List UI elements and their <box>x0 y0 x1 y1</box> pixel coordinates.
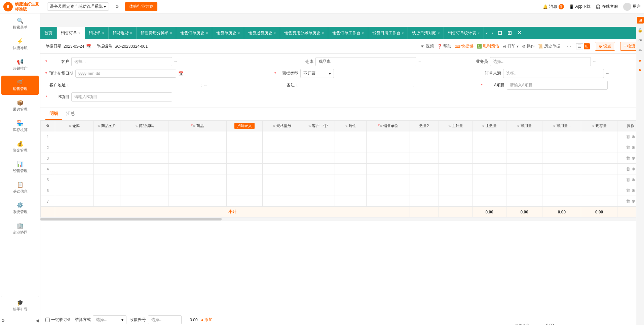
customer-more-icon[interactable]: ··· <box>174 60 177 64</box>
deposit-checkbox-label[interactable]: 一键收订金 <box>45 317 71 323</box>
tab-expense-history[interactable]: 销售费用分摊单历史 × <box>280 27 328 39</box>
th-avail2[interactable]: ⇅ 可用量... <box>542 121 581 131</box>
th-product[interactable]: *⇅ 商品 <box>168 121 226 131</box>
th-code[interactable]: ⇅ 商品编码 <box>120 121 168 131</box>
tab-mingxi[interactable]: 明细 <box>45 108 62 120</box>
prev-record-icon[interactable]: ‹ <box>567 44 568 49</box>
th-customer-code[interactable]: ⇅ 客户... ⓘ <box>301 121 335 131</box>
shortcut-action[interactable]: ⌨快捷键 <box>455 43 473 49</box>
history-action[interactable]: 📜历史单据 <box>538 43 560 49</box>
th-settings[interactable]: ⚙ <box>41 121 55 131</box>
close-icon[interactable]: × <box>206 31 208 35</box>
cell-attr-1[interactable] <box>335 131 366 142</box>
cell-product-1[interactable] <box>168 131 226 142</box>
sidebar-item-search[interactable]: 🔍 搜索菜单 <box>1 14 39 33</box>
card-view-icon[interactable]: ⊞ <box>584 43 590 49</box>
staff-input[interactable]: 选择... <box>490 57 591 66</box>
th-stock[interactable]: ⇅ 现存量 <box>581 121 617 131</box>
tab-reconcile[interactable]: 钱货日清对账 × <box>408 27 444 39</box>
tab-stats[interactable]: 销售订单统计表 × <box>444 27 484 39</box>
th-spec[interactable]: ⇅ 规格型号 <box>263 121 301 131</box>
cell-main-qty-1[interactable] <box>472 131 506 142</box>
th-unit[interactable]: *⇅ 销售单位 <box>366 121 410 131</box>
sidebar-item-enterprise[interactable]: 🏢 企业协同 <box>1 219 39 238</box>
tab-next-btn[interactable]: › <box>490 30 495 36</box>
close-icon[interactable]: × <box>402 31 404 35</box>
right-tool-form[interactable]: ⊞ <box>637 17 644 24</box>
sidebar-item-inventory[interactable]: 🏪 库存核算 <box>1 117 39 136</box>
th-qty2[interactable]: 数量2 <box>410 121 439 131</box>
tab-grid-icon[interactable]: ⊞ <box>505 27 515 39</box>
sidebar-item-base[interactable]: 📋 基础信息 <box>1 178 39 197</box>
cell-warehouse-1[interactable] <box>55 131 94 142</box>
cell-unit-1[interactable] <box>366 131 410 142</box>
remark-input[interactable] <box>297 84 414 87</box>
horizontal-scrollbar[interactable] <box>40 217 644 221</box>
th-main-qty[interactable]: ⇅ 主数量 <box>472 121 506 131</box>
tab-invoice-history[interactable]: 销货单历史 × <box>212 27 244 39</box>
list-view-icon[interactable]: ☰ <box>576 43 583 49</box>
delete-icon[interactable]: 🗑 <box>626 134 630 139</box>
calendar-icon[interactable]: 📅 <box>178 71 183 76</box>
th-avail[interactable]: ⇅ 可用量 <box>506 121 542 131</box>
cell-customer-code-1[interactable] <box>301 131 335 142</box>
copy-icon[interactable]: ⊕ <box>632 199 635 204</box>
user-btn[interactable]: 用户 <box>623 3 641 11</box>
customer-input[interactable]: 选择... <box>71 57 172 66</box>
account-more-icon[interactable]: ··· <box>184 318 186 322</box>
online-service-btn[interactable]: 🎧 在线客服 <box>596 4 618 9</box>
tab-expense-split[interactable]: 销售费用分摊单 × <box>137 27 177 39</box>
delete-icon[interactable]: 🗑 <box>626 156 630 161</box>
cell-code-1[interactable] <box>120 131 168 142</box>
right-tool-lock[interactable]: 🔒 <box>637 27 644 34</box>
delete-icon[interactable]: 🗑 <box>626 199 630 204</box>
delete-icon[interactable]: 🗑 <box>626 188 630 193</box>
th-warehouse[interactable]: ⇅ 仓库 <box>55 121 94 131</box>
order-source-input[interactable]: 选择... <box>503 69 604 78</box>
tab-expand-icon[interactable]: ⊡ <box>495 27 505 39</box>
copy-icon[interactable]: ⊕ <box>632 134 635 139</box>
scan-button[interactable]: 扫码录入 <box>234 123 255 129</box>
messages-btn[interactable]: 🔔 消息 9 <box>543 4 564 9</box>
invoice-select[interactable]: 不开票 ▾ <box>300 69 334 78</box>
close-icon[interactable]: × <box>102 31 104 35</box>
sidebar-settings-icon[interactable]: ⚙ <box>1 318 5 323</box>
address-more-icon[interactable]: ··· <box>204 83 207 87</box>
close-icon[interactable]: × <box>438 31 440 35</box>
close-icon[interactable]: × <box>238 31 240 35</box>
staff-more-icon[interactable]: ··· <box>593 60 596 64</box>
th-scan[interactable]: 扫码录入 <box>226 121 263 131</box>
print-action[interactable]: 🖨打印▾ <box>502 43 519 49</box>
sidebar-item-sales[interactable]: 🛒 销售管理 <box>1 76 39 95</box>
sidebar-item-newbie[interactable]: 🎓 新手引导 <box>1 296 39 315</box>
delete-icon[interactable]: 🗑 <box>626 166 630 171</box>
address-input[interactable] <box>68 84 202 87</box>
industry-button[interactable]: 体验行业方案 <box>125 2 157 11</box>
copy-icon[interactable]: ⊕ <box>632 166 635 171</box>
order-source-more-icon[interactable]: ··· <box>606 72 609 75</box>
tab-sales-return[interactable]: 销货退货 × <box>109 27 137 39</box>
close-icon[interactable]: × <box>170 31 172 35</box>
tab-return-history[interactable]: 销货退货历史 × <box>244 27 280 39</box>
close-icon[interactable]: × <box>130 31 132 35</box>
tab-sales-order[interactable]: 销售订单 × <box>57 27 85 39</box>
tab-home[interactable]: 首页 <box>40 27 57 39</box>
sidebar-item-finance[interactable]: 💰 资金管理 <box>1 137 39 156</box>
operation-action[interactable]: ⚙操作 <box>522 43 535 49</box>
tab-daily-clear[interactable]: 钱货日清工作台 × <box>368 27 408 39</box>
delivery-date-input[interactable]: yyyy-mm-dd <box>75 70 176 78</box>
project-a-input[interactable]: 请输入A项目 <box>507 81 608 90</box>
th-main-unit[interactable]: ⇅ 主计量 <box>439 121 472 131</box>
right-tool-pencil[interactable]: ✏ <box>637 47 644 54</box>
cell-spec-1[interactable] <box>263 131 301 142</box>
copy-icon[interactable]: ⊕ <box>632 188 635 193</box>
help-action[interactable]: ❓帮助 <box>437 43 451 49</box>
copy-icon[interactable]: ⊕ <box>632 177 635 182</box>
add-payment-btn[interactable]: ● 添加 <box>201 317 213 323</box>
copy-icon[interactable]: ⊕ <box>632 156 635 161</box>
right-tool-star[interactable]: ★ <box>637 57 644 64</box>
tab-workbench[interactable]: 销售订单工作台 × <box>328 27 368 39</box>
delete-icon[interactable]: 🗑 <box>626 145 630 150</box>
close-icon[interactable]: × <box>362 31 364 35</box>
system-selector[interactable]: 装备及固定资产辅助管理系统 ▾ <box>47 2 109 11</box>
